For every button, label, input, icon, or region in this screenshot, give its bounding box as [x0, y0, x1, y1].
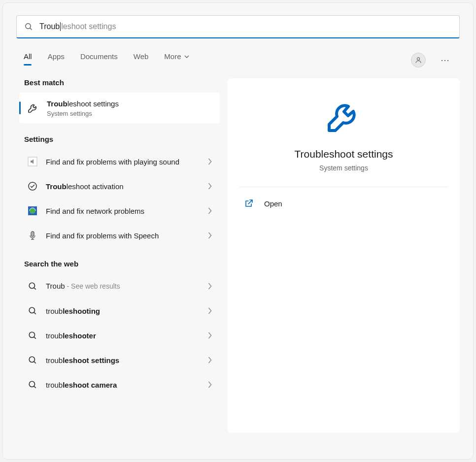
settings-result-speech[interactable]: Find and fix problems with Speech: [19, 223, 220, 248]
settings-result-activation[interactable]: Troubleshoot activation: [19, 174, 220, 198]
best-match-subtitle: System settings: [47, 110, 119, 117]
bold-part: Troub: [46, 182, 67, 191]
network-globe-icon: [27, 205, 38, 216]
bold-part: leshooter: [63, 331, 96, 340]
bold-part: leshoot settings: [63, 356, 119, 364]
chevron-right-icon: [208, 232, 212, 239]
search-icon: [27, 379, 38, 390]
svg-point-12: [29, 332, 34, 337]
open-action[interactable]: Open: [239, 187, 448, 220]
settings-result-playing-sound[interactable]: Find and fix problems with playing sound: [19, 149, 220, 174]
list-item-label: Find and fix problems with playing sound: [46, 157, 200, 167]
details-card: Troubleshoot settings System settings Op…: [228, 78, 460, 433]
best-match-bold: Troub: [47, 99, 68, 108]
results-column: Best match Troubleshoot settings System …: [19, 78, 220, 433]
search-icon: [27, 305, 38, 316]
web-result-troubleshoot-settings[interactable]: troubleshoot settings: [19, 348, 220, 372]
prefix-part: troub: [46, 381, 63, 389]
search-text: Troubleshoot settings: [39, 22, 116, 32]
list-item-label: Find and fix problems with Speech: [46, 231, 200, 241]
details-header: Troubleshoot settings System settings: [239, 96, 448, 187]
section-best-match-header: Best match: [19, 78, 220, 93]
search-region: Troubleshoot settings: [3, 3, 473, 38]
svg-line-1: [30, 28, 32, 30]
open-external-icon: [244, 199, 253, 208]
search-typed-text: Troub: [39, 22, 60, 31]
suffix-part: - See web results: [65, 282, 120, 290]
open-label: Open: [264, 199, 282, 208]
svg-point-8: [29, 283, 34, 288]
section-web-header: Search the web: [19, 260, 220, 274]
search-icon: [27, 281, 38, 292]
rest-part: leshoot activation: [67, 182, 124, 191]
query-part: Troub: [46, 282, 65, 290]
tab-apps[interactable]: Apps: [48, 52, 65, 67]
prefix-part: troub: [46, 331, 63, 340]
best-match-result[interactable]: Troubleshoot settings System settings: [19, 93, 220, 123]
list-item-label: troubleshoot settings: [46, 355, 200, 365]
wrench-icon: [324, 96, 364, 137]
svg-point-2: [417, 57, 419, 60]
search-scope-tabs: All Apps Documents Web More: [24, 52, 189, 67]
check-circle-icon: [27, 181, 38, 192]
prefix-part: troub: [46, 307, 63, 315]
chevron-right-icon: [208, 357, 212, 363]
more-options-button[interactable]: ⋯: [438, 53, 452, 67]
list-item-label: troubleshooting: [46, 306, 200, 316]
search-panel: Troubleshoot settings All Apps Documents…: [2, 2, 474, 460]
search-suggestion-text: leshoot settings: [61, 22, 116, 31]
svg-point-0: [26, 24, 31, 29]
svg-line-11: [34, 312, 35, 314]
settings-result-network[interactable]: Find and fix network problems: [19, 198, 220, 223]
section-settings-header: Settings: [19, 135, 220, 149]
search-input[interactable]: Troubleshoot settings: [16, 15, 460, 38]
svg-line-17: [34, 386, 35, 388]
prefix-part: troub: [46, 356, 63, 364]
svg-rect-7: [31, 231, 34, 236]
web-result-troubleshoot-camera[interactable]: troubleshoot camera: [19, 372, 220, 397]
microphone-icon: [27, 230, 38, 241]
tab-more-label: More: [164, 52, 181, 61]
web-result-troubleshooting[interactable]: troubleshooting: [19, 298, 220, 323]
svg-point-16: [29, 381, 34, 387]
chevron-right-icon: [208, 207, 212, 214]
tabs-row: All Apps Documents Web More ⋯: [3, 52, 473, 67]
chevron-right-icon: [208, 307, 212, 314]
chevron-right-icon: [208, 283, 212, 290]
list-item-label: Find and fix network problems: [46, 206, 200, 216]
svg-line-9: [34, 288, 35, 289]
person-icon: [415, 57, 422, 64]
tab-all[interactable]: All: [24, 52, 32, 67]
svg-point-14: [29, 357, 34, 362]
search-icon: [27, 330, 38, 341]
sound-troubleshoot-icon: [27, 156, 38, 167]
bold-part: leshoot camera: [63, 381, 117, 389]
wrench-icon: [27, 102, 39, 114]
chevron-right-icon: [208, 332, 212, 339]
tab-more[interactable]: More: [164, 52, 189, 67]
bold-part: leshooting: [63, 307, 100, 315]
chevron-right-icon: [208, 183, 212, 190]
svg-line-15: [34, 362, 35, 363]
details-title: Troubleshoot settings: [294, 148, 393, 160]
best-match-rest: leshoot settings: [68, 99, 119, 108]
list-item-label: Troub - See web results: [46, 281, 200, 292]
tab-web[interactable]: Web: [134, 52, 149, 67]
list-item-label: troubleshoot camera: [46, 380, 200, 390]
best-match-title: Troubleshoot settings: [47, 99, 119, 109]
tab-documents[interactable]: Documents: [80, 52, 118, 67]
list-item-label: Troubleshoot activation: [46, 181, 200, 192]
details-column: Troubleshoot settings System settings Op…: [228, 78, 460, 433]
search-icon: [27, 355, 38, 365]
web-result-troubleshooter[interactable]: troubleshooter: [19, 323, 220, 348]
account-avatar-button[interactable]: [411, 53, 426, 67]
chevron-right-icon: [208, 381, 212, 388]
svg-line-13: [34, 337, 35, 338]
chevron-down-icon: [184, 55, 189, 58]
svg-point-10: [29, 307, 34, 313]
search-icon: [25, 23, 33, 31]
list-item-label: troubleshooter: [46, 330, 200, 341]
chevron-right-icon: [208, 158, 212, 165]
web-result-see-results[interactable]: Troub - See web results: [19, 274, 220, 298]
details-subtitle: System settings: [319, 164, 368, 172]
